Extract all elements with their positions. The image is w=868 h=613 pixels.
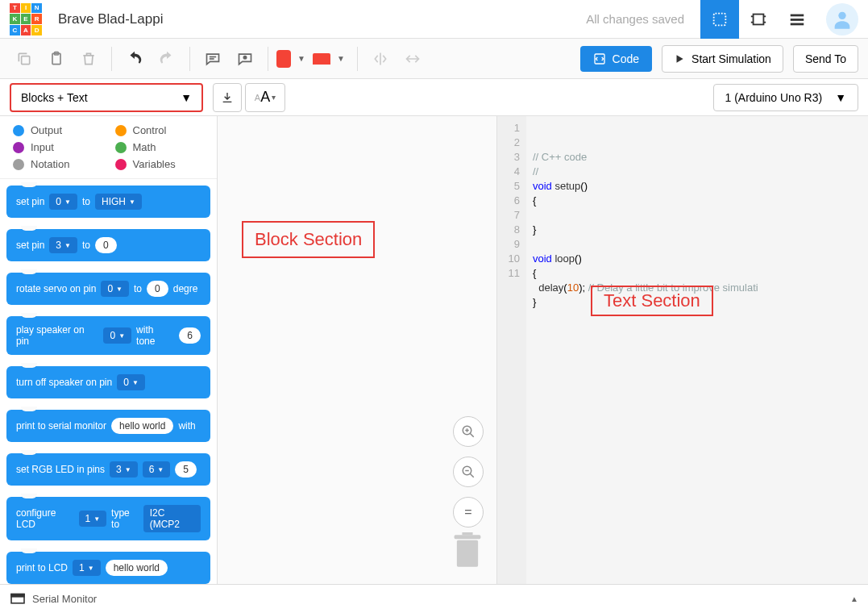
output-block[interactable]: rotate servo on pin0 ▼to0degre — [6, 273, 210, 305]
output-block[interactable]: turn off speaker on pin0 ▼ — [6, 366, 210, 398]
notes-button[interactable] — [198, 44, 227, 73]
block-param[interactable]: 0 ▼ — [117, 374, 145, 390]
category-label: Input — [31, 141, 54, 153]
output-block[interactable]: print to LCD1 ▼hello world — [6, 552, 210, 584]
block-param[interactable]: 0 ▼ — [49, 194, 77, 210]
block-param[interactable]: 0 ▼ — [101, 281, 129, 297]
redo-button[interactable] — [152, 44, 181, 73]
block-param[interactable]: 1 ▼ — [73, 560, 101, 576]
output-block[interactable]: configure LCD1 ▼type toI2C (MCP2 — [6, 497, 210, 540]
chevron-down-icon: ▼ — [181, 91, 192, 104]
annotation-block-section: Block Section — [242, 221, 375, 258]
code-line: { — [533, 194, 862, 208]
trash-icon[interactable] — [451, 532, 484, 573]
view-tab-3d[interactable] — [700, 0, 739, 39]
code-button[interactable]: Code — [580, 46, 652, 72]
board-dropdown[interactable]: 1 (Arduino Uno R3) ▼ — [713, 84, 858, 111]
block-param[interactable]: hello world — [111, 418, 173, 434]
svg-line-18 — [470, 433, 474, 437]
svg-line-22 — [470, 473, 474, 477]
svg-rect-10 — [22, 56, 30, 64]
svg-rect-25 — [455, 535, 481, 539]
expand-icon[interactable]: ▲ — [850, 594, 858, 603]
copy-button[interactable] — [10, 44, 39, 73]
download-button[interactable] — [213, 83, 242, 112]
category-math[interactable]: Math — [115, 141, 205, 153]
chevron-down-icon: ▾ — [272, 93, 276, 102]
svg-rect-24 — [457, 540, 478, 567]
block-param[interactable]: I2C (MCP2 — [143, 505, 201, 532]
block-param[interactable]: 0 ▼ — [103, 327, 131, 344]
category-output[interactable]: Output — [13, 124, 102, 136]
blocks-mode-dropdown[interactable]: Blocks + Text ▼ — [10, 83, 203, 112]
annotation-button[interactable] — [230, 44, 260, 73]
board-label: 1 (Arduino Uno R3) — [725, 91, 823, 104]
code-subtoolbar: Blocks + Text ▼ AA▾ 1 (Arduino Uno R3) ▼ — [0, 79, 868, 116]
color-swatch-icon — [276, 50, 291, 68]
block-param[interactable]: 5 — [175, 461, 197, 477]
serial-monitor-label[interactable]: Serial Monitor — [32, 593, 97, 605]
block-param[interactable]: 0 — [147, 281, 168, 297]
block-canvas[interactable]: Block Section = — [218, 116, 497, 584]
main-content: OutputControlInputMathNotationVariables … — [0, 116, 868, 584]
category-dot-icon — [115, 159, 127, 170]
code-line: // — [533, 165, 862, 179]
category-control[interactable]: Control — [115, 124, 205, 136]
block-param[interactable]: 6 — [179, 327, 201, 344]
block-param[interactable]: 3 ▼ — [49, 237, 77, 253]
category-input[interactable]: Input — [13, 141, 102, 153]
output-block[interactable]: set RGB LED in pins3 ▼6 ▼5 — [6, 453, 210, 486]
category-dot-icon — [13, 142, 24, 153]
user-avatar[interactable] — [826, 3, 858, 35]
start-simulation-button[interactable]: Start Simulation — [662, 45, 783, 73]
tinkercad-logo[interactable]: TINKERCAD — [6, 0, 45, 39]
category-notation[interactable]: Notation — [13, 158, 102, 170]
code-content[interactable]: // C++ code//void setup(){ } void loop()… — [526, 116, 868, 584]
output-block[interactable]: print to serial monitorhello worldwith — [6, 410, 210, 442]
view-tab-schematic[interactable] — [739, 0, 778, 39]
code-editor[interactable]: 1234567891011 // C++ code//void setup(){… — [497, 116, 868, 584]
category-dot-icon — [115, 125, 127, 136]
chevron-down-icon: ▼ — [835, 91, 846, 104]
category-label: Variables — [133, 158, 176, 170]
block-param[interactable]: 0 — [95, 237, 117, 253]
code-icon — [593, 52, 606, 65]
svg-point-9 — [838, 11, 845, 19]
color-swatch-button[interactable]: ▼ — [276, 44, 305, 73]
svg-rect-6 — [791, 14, 804, 16]
category-label: Math — [133, 141, 156, 153]
zoom-fit-button[interactable]: = — [453, 497, 484, 528]
zoom-out-button[interactable] — [453, 457, 484, 487]
color-half-icon — [313, 53, 330, 65]
output-block[interactable]: play speaker on pin0 ▼with tone6 — [6, 316, 210, 355]
blocks-list[interactable]: set pin0 ▼toHIGH ▼set pin3 ▼to0rotate se… — [0, 179, 217, 584]
send-to-button[interactable]: Send To — [793, 45, 858, 73]
paste-button[interactable] — [42, 44, 71, 73]
serial-icon — [10, 593, 26, 606]
output-block[interactable]: set pin3 ▼to0 — [6, 229, 210, 261]
project-name[interactable]: Brave Blad-Lappi — [58, 11, 163, 27]
output-block[interactable]: set pin0 ▼toHIGH ▼ — [6, 186, 210, 218]
main-toolbar: ▼ ▼ Code Start Simulation Send To — [0, 39, 868, 79]
block-param[interactable]: 3 ▼ — [110, 461, 138, 477]
svg-rect-0 — [714, 13, 726, 25]
category-variables[interactable]: Variables — [115, 158, 205, 170]
color-half-button[interactable]: ▼ — [309, 44, 349, 73]
undo-button[interactable] — [120, 44, 149, 73]
mirror-h-button[interactable] — [366, 44, 395, 73]
category-dot-icon — [115, 142, 127, 153]
blocks-mode-label: Blocks + Text — [21, 91, 88, 104]
view-tab-list[interactable] — [778, 0, 816, 39]
app-header: TINKERCAD Brave Blad-Lappi All changes s… — [0, 0, 868, 39]
block-param[interactable]: 6 ▼ — [143, 461, 171, 477]
mirror-v-button[interactable] — [398, 44, 427, 73]
code-line: void loop() — [533, 252, 862, 266]
category-dot-icon — [13, 159, 24, 170]
block-param[interactable]: 1 ▼ — [79, 511, 107, 527]
block-param[interactable]: HIGH ▼ — [95, 194, 142, 210]
code-line — [533, 237, 862, 252]
zoom-in-button[interactable] — [453, 416, 484, 447]
block-param[interactable]: hello world — [106, 560, 168, 576]
delete-button[interactable] — [74, 44, 103, 73]
font-size-button[interactable]: AA▾ — [245, 83, 285, 112]
